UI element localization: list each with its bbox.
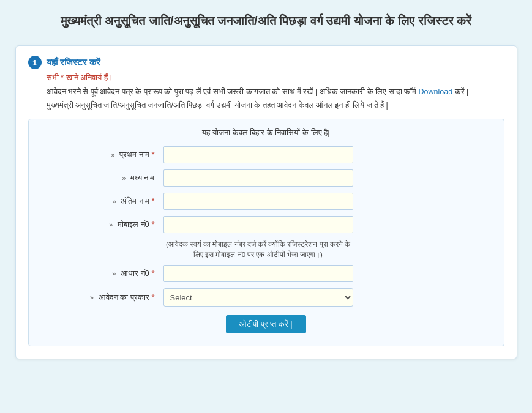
info-line2: मुख्यमंत्री अनुसूचित जाति/अनुसूचित जनजात… <box>47 100 504 111</box>
bihar-notice: यह योजना केवल बिहार के निवासियों के लिए … <box>41 128 492 138</box>
mobile-required: * <box>151 220 154 229</box>
first-name-input[interactable] <box>163 146 353 163</box>
last-name-label: » अंतिम नाम * <box>41 196 163 206</box>
step-badge: 1 <box>28 56 42 69</box>
info-line1: आवेदन भरने से पूर्व आवेदन पत्र के प्रारू… <box>47 86 504 98</box>
first-name-row: » प्रथम नाम * <box>41 146 492 163</box>
page-title: मुख्यमंत्री अनुसूचित जाति/अनुसूचित जनजात… <box>12 6 520 35</box>
aadhar-required: * <box>151 269 154 278</box>
mandatory-note: सभी * खाने अनिवार्य हैं। <box>47 73 504 83</box>
application-type-required: * <box>151 292 154 302</box>
otp-button[interactable]: ओटीपी प्राप्त करें | <box>226 315 305 333</box>
arrow-icon: » <box>109 221 113 228</box>
arrow-icon: » <box>112 270 116 277</box>
download-link[interactable]: Download <box>419 87 453 96</box>
inner-form-box: यह योजना केवल बिहार के निवासियों के लिए … <box>28 119 504 347</box>
aadhar-label: » आधार नं0 * <box>41 269 163 278</box>
section-title: यहाँ रजिस्टर करें <box>47 57 100 68</box>
arrow-icon: » <box>122 174 126 182</box>
mobile-note: (आवेदक स्वयं का मोबाइल नंबर दर्ज करें क्… <box>163 239 353 261</box>
middle-name-input[interactable] <box>163 169 353 187</box>
aadhar-row: » आधार नं0 * <box>41 265 492 282</box>
arrow-icon: » <box>111 151 114 158</box>
last-name-required: * <box>151 196 154 206</box>
mobile-input[interactable] <box>163 216 353 233</box>
main-card: 1 यहाँ रजिस्टर करें सभी * खाने अनिवार्य … <box>15 45 517 359</box>
last-name-input[interactable] <box>163 193 353 210</box>
last-name-row: » अंतिम नाम * <box>41 193 492 210</box>
otp-row: ओटीपी प्राप्त करें | <box>41 315 492 333</box>
mobile-label: » मोबाइल नं0 * <box>41 220 163 229</box>
middle-name-label: » मध्य नाम <box>41 173 163 183</box>
application-type-row: » आवेदन का प्रकार * Select SC ST EBC <box>41 288 492 307</box>
section-header: 1 यहाँ रजिस्टर करें <box>28 56 504 69</box>
application-type-select[interactable]: Select SC ST EBC <box>163 288 353 307</box>
mobile-row: » मोबाइल नं0 * <box>41 216 492 233</box>
aadhar-input[interactable] <box>163 265 353 282</box>
middle-name-row: » मध्य नाम <box>41 169 492 187</box>
mobile-note-row: (आवेदक स्वयं का मोबाइल नंबर दर्ज करें क्… <box>41 239 492 261</box>
first-name-required: * <box>151 150 154 159</box>
arrow-icon: » <box>112 198 116 205</box>
first-name-label: » प्रथम नाम * <box>41 150 163 160</box>
arrow-icon: » <box>90 294 94 301</box>
application-type-label: » आवेदन का प्रकार * <box>41 292 163 302</box>
